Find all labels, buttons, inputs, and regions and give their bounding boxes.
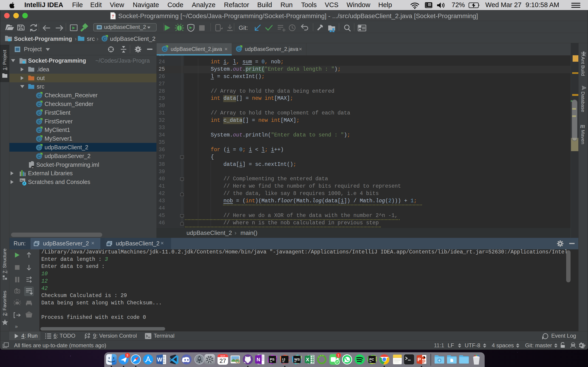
svg-text:W: W — [157, 357, 162, 363]
svg-text:C: C — [37, 145, 41, 150]
svg-text:MAR: MAR — [221, 355, 225, 357]
svg-text:WS: WS — [294, 357, 300, 361]
svg-text:C: C — [163, 47, 166, 52]
svg-text:C: C — [37, 111, 41, 116]
svg-text:PS: PS — [270, 357, 275, 361]
svg-text:C: C — [237, 47, 241, 52]
svg-text:C: C — [37, 154, 41, 159]
svg-text:C: C — [37, 128, 41, 133]
svg-text:?: ? — [583, 344, 586, 348]
svg-text:IJ: IJ — [282, 357, 285, 361]
svg-text:PC: PC — [369, 357, 374, 361]
svg-text:C: C — [103, 36, 106, 41]
svg-text:X: X — [306, 357, 309, 362]
svg-text:C: C — [37, 102, 41, 107]
svg-text:P: P — [418, 357, 421, 362]
svg-text:Git:: Git: — [239, 24, 248, 31]
svg-text:»: » — [15, 324, 18, 329]
svg-text:N: N — [257, 357, 260, 362]
svg-text:udpBaseClient_2: udpBaseClient_2 — [104, 24, 146, 30]
svg-text:C: C — [37, 93, 41, 98]
svg-text:C: C — [37, 137, 41, 142]
svg-text:27: 27 — [220, 357, 226, 364]
svg-text:C: C — [37, 119, 41, 124]
